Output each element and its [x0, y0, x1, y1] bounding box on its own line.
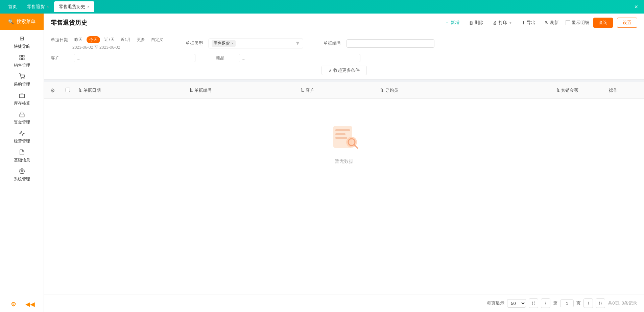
sidebar-item-basic-info[interactable]: 基础信息	[0, 146, 44, 165]
page-header: 零售退货历史 ＋ 新增 🗑 删除 🖨 打印 ▼ ⬆ 导出	[44, 14, 644, 32]
sidebar-item-label: 资金管理	[14, 119, 30, 125]
empty-text: 暂无数据	[335, 158, 354, 164]
tab-home-label: 首页	[8, 4, 17, 10]
select-all-checkbox[interactable]	[66, 88, 70, 92]
sidebar-item-inventory[interactable]: 库存核算	[0, 89, 44, 108]
collapse-icon: ∧	[329, 68, 332, 73]
sidebar-item-operation[interactable]: 经营管理	[0, 127, 44, 146]
date-filter: 单据日期 昨天 今天 近7天 近1月 更多 自定义 2023-06-02 至 2…	[51, 36, 165, 50]
voucher-type-tag-text: 零售退货	[214, 41, 230, 46]
tab-retail-return-history-close[interactable]: ×	[87, 5, 89, 9]
per-page-select[interactable]: 50 10 20 100	[507, 299, 526, 308]
voucher-no-filter: 单据编号	[324, 39, 434, 48]
svg-point-4	[21, 79, 22, 79]
purchase-icon	[18, 73, 26, 80]
audio-icon[interactable]: ◀◀	[25, 299, 35, 309]
collapse-button[interactable]: ∧ 收起更多条件	[321, 66, 367, 75]
date-btn-more[interactable]: 更多	[135, 36, 147, 43]
main-layout: 🔍 搜索菜单 ⊞ 快捷导航 销售管理 采购管理	[0, 14, 644, 312]
export-icon: ⬆	[522, 20, 525, 25]
customer-select[interactable]: ...	[74, 54, 195, 62]
svg-line-15	[354, 145, 358, 148]
add-icon: ＋	[445, 20, 449, 26]
search-icon: 🔍	[8, 19, 14, 24]
page-title: 零售退货历史	[51, 19, 87, 27]
sidebar-item-label: 销售管理	[14, 63, 30, 68]
th-amount-label: ⇅ 实销金额	[556, 88, 579, 93]
svg-rect-1	[22, 55, 24, 57]
voucher-type-dropdown-icon: ▼	[295, 40, 301, 46]
print-label: 打印	[499, 20, 507, 26]
th-no[interactable]: ⇅ 单据编号	[185, 82, 296, 99]
first-page-btn[interactable]: ⟨⟨	[529, 298, 538, 308]
svg-rect-2	[20, 58, 21, 60]
sidebar-item-label: 基础信息	[14, 157, 30, 163]
refresh-button[interactable]: ↻ 刷新	[542, 18, 562, 27]
pagination-bar: 每页显示 50 10 20 100 ⟨⟨ ⟨ 第 页 ⟩ ⟩⟩ 共0页, 0条记…	[44, 294, 644, 312]
th-guide[interactable]: ⇅ 导购员	[376, 82, 471, 99]
date-btn-7days[interactable]: 近7天	[102, 36, 117, 43]
last-page-btn[interactable]: ⟩⟩	[596, 298, 605, 308]
date-btn-yesterday[interactable]: 昨天	[72, 36, 85, 43]
th-no-label: ⇅ 单据编号	[189, 88, 212, 93]
settings-button[interactable]: 设置	[617, 18, 637, 28]
table-settings-icon[interactable]: ⚙	[48, 86, 57, 95]
tab-home[interactable]: 首页	[3, 1, 22, 12]
tab-retail-return[interactable]: 零售退货 ×	[22, 1, 53, 12]
th-date[interactable]: ⇅ 单据日期	[74, 82, 185, 99]
page-label: 第	[553, 300, 557, 306]
table-area: ⚙ ⇅ 单据日期 ⇅ 单据编号	[44, 82, 644, 312]
filter-row-1: 单据日期 昨天 今天 近7天 近1月 更多 自定义 2023-06-02 至 2…	[51, 36, 637, 50]
svg-rect-6	[19, 94, 24, 98]
print-button[interactable]: 🖨 打印 ▼	[490, 18, 515, 27]
th-action-label: 操作	[609, 88, 618, 93]
voucher-no-input[interactable]	[347, 39, 434, 48]
page-input[interactable]	[560, 299, 574, 307]
sidebar-item-quick-nav[interactable]: ⊞ 快捷导航	[0, 32, 44, 51]
date-btn-1month[interactable]: 近1月	[119, 36, 133, 43]
query-button[interactable]: 查询	[593, 18, 613, 28]
basic-info-icon	[18, 149, 26, 156]
sidebar-item-finance[interactable]: 资金管理	[0, 108, 44, 127]
search-menu-btn[interactable]: 🔍 搜索菜单	[0, 14, 44, 30]
settings-gear-icon[interactable]: ⚙	[9, 299, 18, 309]
tab-retail-return-close[interactable]: ×	[47, 5, 49, 9]
table-wrap: ⚙ ⇅ 单据日期 ⇅ 单据编号	[44, 82, 644, 294]
voucher-type-select[interactable]: 零售退货 × ▼	[209, 39, 303, 48]
show-detail-label: 显示明细	[572, 20, 589, 26]
content-area: 零售退货历史 ＋ 新增 🗑 删除 🖨 打印 ▼ ⬆ 导出	[44, 14, 644, 312]
th-customer[interactable]: ⇅ 客户	[296, 82, 376, 99]
export-button[interactable]: ⬆ 导出	[519, 18, 538, 27]
customer-placeholder: ...	[77, 55, 80, 61]
operation-icon	[18, 130, 26, 137]
sidebar-item-purchase[interactable]: 采购管理	[0, 70, 44, 89]
delete-button[interactable]: 🗑 删除	[466, 18, 486, 27]
add-button[interactable]: ＋ 新增	[442, 18, 462, 27]
voucher-type-tag-close[interactable]: ×	[231, 41, 233, 45]
show-detail-checkbox[interactable]	[566, 20, 570, 25]
date-btn-custom[interactable]: 自定义	[149, 36, 165, 43]
date-btn-today[interactable]: 今天	[87, 36, 100, 43]
svg-rect-12	[335, 137, 347, 139]
sidebar-item-sales[interactable]: 销售管理	[0, 51, 44, 70]
add-label: 新增	[451, 20, 459, 26]
sidebar-item-label: 经营管理	[14, 138, 30, 144]
next-page-btn[interactable]: ⟩	[583, 298, 593, 308]
sidebar: 🔍 搜索菜单 ⊞ 快捷导航 销售管理 采购管理	[0, 14, 44, 312]
data-table: ⚙ ⇅ 单据日期 ⇅ 单据编号	[44, 82, 644, 99]
finance-icon	[18, 111, 26, 118]
sidebar-item-system[interactable]: 系统管理	[0, 165, 44, 184]
svg-point-5	[24, 79, 24, 79]
top-bar: 首页 零售退货 × 零售退货历史 × ×	[0, 0, 644, 14]
sidebar-item-label: 库存核算	[14, 101, 30, 106]
window-close-icon[interactable]: ×	[631, 3, 641, 10]
th-amount[interactable]: ⇅ 实销金额	[471, 82, 582, 99]
nav-items: ⊞ 快捷导航 销售管理 采购管理 库存核算	[0, 30, 44, 296]
goods-select[interactable]: ...	[239, 54, 360, 62]
show-detail-wrap: 显示明细	[566, 20, 589, 26]
date-range-text: 2023-06-02 至 2023-06-02	[72, 45, 120, 50]
svg-rect-3	[22, 58, 24, 60]
tab-retail-return-history[interactable]: 零售退货历史 ×	[54, 1, 94, 12]
prev-page-btn[interactable]: ⟨	[541, 298, 550, 308]
th-settings: ⚙	[44, 82, 62, 99]
